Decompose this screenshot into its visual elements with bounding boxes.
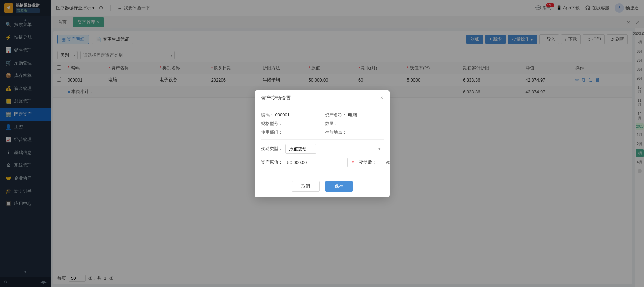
code-value: 000001 (275, 112, 290, 117)
original-value-row: 资产原值： * 变动后： (261, 158, 384, 167)
original-value-input[interactable] (284, 158, 348, 167)
dialog-header: 资产变动设置 × (255, 90, 390, 106)
change-type-label: 变动类型： (261, 146, 283, 152)
change-type-select[interactable]: 原值变动 数量变动 部门变动 存放变动 (285, 144, 316, 154)
dialog-title: 资产变动设置 (261, 95, 291, 101)
cancel-button[interactable]: 取消 (292, 181, 320, 192)
info-location: 存放地点： (325, 129, 384, 135)
code-label: 编码： (261, 112, 274, 118)
change-type-select-wrap: 原值变动 数量变动 部门变动 存放变动 (285, 144, 384, 154)
change-type-row: 变动类型： 原值变动 数量变动 部门变动 存放变动 (261, 144, 384, 154)
name-value: 电脑 (348, 112, 357, 118)
dialog-footer: 取消 保存 (255, 177, 390, 197)
dialog-body: 编码： 000001 资产名称： 电脑 规格型号： 数量： 使用部门： (255, 106, 390, 177)
asset-change-dialog: 资产变动设置 × 编码： 000001 资产名称： 电脑 规格型号： 数量： (255, 90, 390, 197)
info-spec: 规格型号： (261, 121, 319, 127)
quantity-label: 数量： (325, 121, 338, 127)
department-label: 使用部门： (261, 129, 283, 135)
info-code: 编码： 000001 (261, 112, 319, 118)
location-label: 存放地点： (325, 129, 347, 135)
dialog-close-btn[interactable]: × (380, 95, 383, 101)
info-department: 使用部门： (261, 129, 319, 135)
info-quantity: 数量： (325, 121, 384, 127)
name-label: 资产名称： (325, 112, 347, 118)
original-value-label: 资产原值： (261, 159, 281, 165)
after-label: 变动后： (359, 159, 379, 165)
spec-label: 规格型号： (261, 121, 283, 127)
save-button[interactable]: 保存 (325, 181, 353, 192)
required-mark: * (352, 160, 354, 165)
after-value-input[interactable] (382, 158, 390, 167)
info-name: 资产名称： 电脑 (325, 112, 384, 118)
dialog-divider (261, 139, 384, 140)
dialog-overlay[interactable]: 资产变动设置 × 编码： 000001 资产名称： 电脑 规格型号： 数量： (0, 0, 644, 287)
dialog-info: 编码： 000001 资产名称： 电脑 规格型号： 数量： 使用部门： (261, 112, 384, 135)
